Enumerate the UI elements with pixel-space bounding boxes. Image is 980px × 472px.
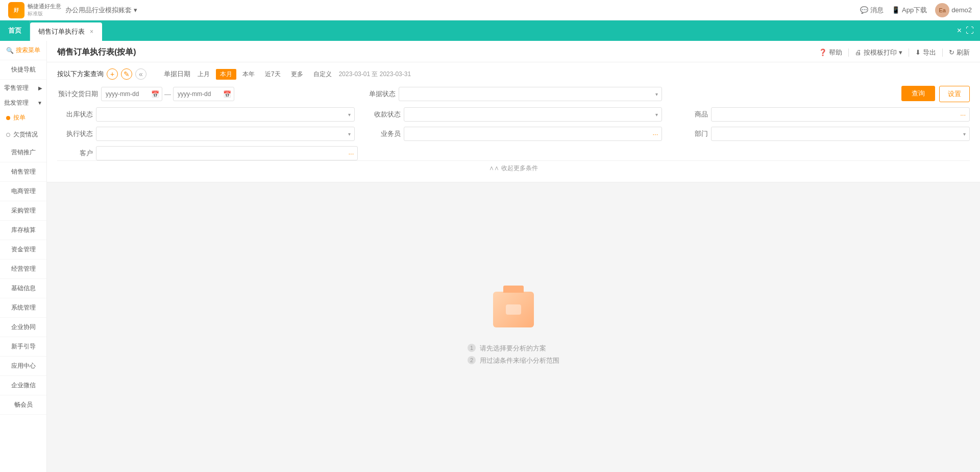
sidebar-purchase[interactable]: 采购管理 [0,201,46,221]
operations-label: 经营管理 [11,265,36,273]
tab-close-icon[interactable]: × [90,28,93,35]
collapse-more-btn[interactable]: ∧∧ 收起更多条件 [57,160,970,176]
message-label: 消息 [870,6,884,15]
sidebar-sales-mgmt[interactable]: 销售管理 [0,162,46,182]
hint-text-1: 请先选择要分析的方案 [480,344,546,353]
date-tabs: 上月 本月 本年 近7天 更多 自定义 [193,69,336,80]
sidebar-system[interactable]: 系统管理 [0,298,46,318]
app-download-label: App下载 [902,6,927,15]
sub-order-label: 按单 [13,113,26,122]
collapse-plan-btn[interactable]: « [135,68,146,80]
collection-status-wrap: ▾ [404,107,663,122]
empty-box-face [506,304,521,315]
member-label: 畅会员 [14,400,33,409]
date-tab-this-year[interactable]: 本年 [238,69,259,80]
filter-grid-row1: 预计交货日期 📅 — 📅 单据状态 [57,86,970,102]
sidebar-wholesale-mgmt[interactable]: 批发管理 ▼ [0,95,46,109]
hint-num-1: 1 [468,344,476,352]
tab-expand-btn[interactable]: ⛶ [966,26,974,35]
user-profile[interactable]: Ea demo2 [935,3,972,17]
date-tab-last-month[interactable]: 上月 [193,69,214,80]
date-tab-this-month[interactable]: 本月 [216,69,236,80]
wholesale-arrow-icon: ▼ [37,100,42,106]
salesperson-filter: 业务员 ··· [365,127,663,141]
avatar-text: Ea [939,7,946,13]
tab-sales-order[interactable]: 销售订单执行表 × [30,22,102,41]
wechat-label: 企业微信 [11,381,36,390]
content-area: 销售订单执行表(按单) ❓ 帮助 🖨 按模板打印 ▾ ⬇ 导出 [47,41,980,472]
edit-plan-btn[interactable]: ✎ [121,68,132,80]
help-icon: ❓ [819,49,827,56]
sidebar-enterprise[interactable]: 企业协同 [0,318,46,337]
refresh-btn[interactable]: ↻ 刷新 [949,48,970,57]
breadcrumb-dropdown-icon[interactable]: ▾ [134,6,137,14]
help-btn[interactable]: ❓ 帮助 [819,48,842,57]
query-btn[interactable]: 查询 [901,86,935,101]
filter-grid-row2: 出库状态 ▾ 收款状态 ▾ 商品 [57,107,970,122]
collection-status-select[interactable] [404,107,663,122]
date-tab-7days[interactable]: 近7天 [261,69,285,80]
date-tab-custom[interactable]: 自定义 [309,69,336,80]
add-plan-btn[interactable]: + [107,68,118,80]
sidebar-basic-info[interactable]: 基础信息 [0,279,46,298]
print-btn[interactable]: 🖨 按模板打印 ▾ [855,48,902,57]
search-menu-label: 搜索菜单 [16,46,40,55]
sidebar-search-menu[interactable]: 🔍 搜索菜单 [0,41,46,60]
sidebar-member[interactable]: 畅会员 [0,395,46,415]
order-status-filter: 单据状态 ▾ [365,86,663,102]
salesperson-dots-icon[interactable]: ··· [652,130,658,138]
department-select[interactable] [711,127,970,141]
page-header: 销售订单执行表(按单) ❓ 帮助 🖨 按模板打印 ▾ ⬇ 导出 [47,41,980,62]
sidebar-sub-backorder[interactable]: 欠货情况 [0,126,46,143]
tab-close-window-btn[interactable]: × [957,26,962,35]
product-input[interactable] [711,107,970,122]
sidebar-sub-order[interactable]: 按单 [0,109,46,126]
app-center-label: 应用中心 [11,362,36,370]
sidebar-quick-nav[interactable]: 快捷导航 [0,60,46,80]
department-label: 部门 [672,129,708,138]
sidebar-retail-mgmt[interactable]: 零售管理 ▶ [0,80,46,95]
breadcrumb[interactable]: 办公用品行业模拟账套 ▾ [65,6,137,15]
delivery-status-select[interactable] [96,107,355,122]
sidebar-operations[interactable]: 经营管理 [0,259,46,279]
logo-edition: 标准版 [28,10,61,17]
single-date-filter: 单据日期 上月 本月 本年 近7天 更多 自定义 2023-03-01 至 20… [155,69,411,80]
sidebar-inventory[interactable]: 库存核算 [0,221,46,240]
sidebar-wechat[interactable]: 企业微信 [0,376,46,395]
date-tab-more[interactable]: 更多 [287,69,307,80]
page-title: 销售订单执行表(按单) [57,47,136,58]
customer-input[interactable] [96,146,358,160]
sidebar-newbie[interactable]: 新手引导 [0,337,46,357]
export-btn[interactable]: ⬇ 导出 [915,48,936,57]
product-dots-icon[interactable]: ··· [960,111,966,119]
date-to-input[interactable] [173,87,234,101]
empty-state: 1 请先选择要分析的方案 2 用过滤条件来缩小分析范围 [47,182,980,472]
tab-home[interactable]: 首页 [0,20,30,41]
help-label: 帮助 [829,48,842,57]
sidebar-app-center[interactable]: 应用中心 [0,357,46,376]
sidebar-finance[interactable]: 资金管理 [0,240,46,259]
logo-app-name: 畅捷通好生意 [28,3,61,10]
date-from-input[interactable] [101,87,162,101]
customer-dots-icon[interactable]: ··· [348,150,354,157]
system-label: 系统管理 [11,303,36,312]
app-download-btn[interactable]: 📱 App下载 [892,6,927,15]
action-btns-cell: 查询 设置 [672,86,970,102]
newbie-label: 新手引导 [11,342,36,351]
tab-sales-order-label: 销售订单执行表 [38,27,85,36]
message-btn[interactable]: 💬 消息 [860,6,884,15]
salesperson-input[interactable] [404,127,663,141]
refresh-label: 刷新 [957,48,970,57]
order-status-select[interactable] [399,87,663,101]
date-from-group: 📅 — 📅 [101,87,234,101]
sidebar-ecommerce[interactable]: 电商管理 [0,182,46,201]
delivery-status-filter: 出库状态 ▾ [57,107,355,122]
salesperson-label: 业务员 [365,129,401,138]
collection-status-label: 收款状态 [365,110,401,119]
inactive-dot-icon [6,133,10,137]
sidebar-marketing[interactable]: 营销推广 [0,143,46,162]
tab-bar-actions: × ⛶ [951,20,980,41]
delivery-status-wrap: ▾ [96,107,355,122]
execution-status-select[interactable] [96,127,355,141]
settings-btn[interactable]: 设置 [939,86,970,102]
